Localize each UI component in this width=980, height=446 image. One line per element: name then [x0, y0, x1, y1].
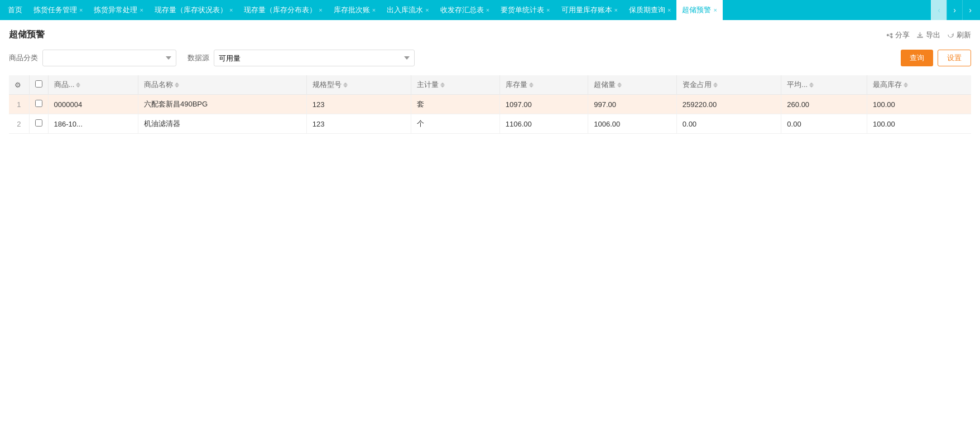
- top-navigation: 首页 拣货任务管理 × 拣货异常处理 × 现存量（库存状况表） × 现存量（库存…: [0, 0, 980, 20]
- row-number: 1: [9, 95, 29, 114]
- cell-overstock: 1006.00: [588, 114, 677, 134]
- cell-product-name: 六配套新昌490BPG: [138, 95, 306, 114]
- nav-inout-flow[interactable]: 出入库流水 ×: [381, 0, 434, 20]
- refresh-action[interactable]: 刷新: [947, 30, 971, 40]
- sort-icon-spec: [343, 83, 348, 88]
- nav-available-account[interactable]: 可用量库存账本 ×: [556, 0, 623, 20]
- th-capital[interactable]: 资金占用: [676, 75, 781, 95]
- table-row: 1 0000004 六配套新昌490BPG 123 套 1097.00 997.…: [9, 95, 971, 114]
- cell-overstock: 997.00: [588, 95, 677, 114]
- sort-icon-product-name: [175, 83, 179, 88]
- row-checkbox-cell[interactable]: [29, 95, 48, 114]
- row-checkbox[interactable]: [35, 100, 42, 107]
- query-button[interactable]: 查询: [901, 50, 933, 66]
- nav-arrow-group: ‹ › ›: [931, 0, 978, 20]
- cell-unit: 个: [411, 114, 500, 134]
- cell-product-code: 0000004: [48, 95, 138, 114]
- row-number: 2: [9, 114, 29, 134]
- datasource-filter: 数据源 可用量 库存量: [188, 50, 415, 66]
- nav-more-button[interactable]: ›: [962, 0, 978, 20]
- nav-close-overstock-warning[interactable]: ×: [713, 7, 717, 13]
- th-product-code[interactable]: 商品...: [48, 75, 138, 95]
- cell-product-code: 186-10...: [48, 114, 138, 134]
- nav-overstock-warning[interactable]: 超储预警 ×: [676, 0, 722, 20]
- nav-next-button[interactable]: ›: [947, 0, 962, 20]
- row-checkbox[interactable]: [35, 119, 42, 127]
- cell-max-stock: 100.00: [867, 114, 971, 134]
- share-icon: [886, 31, 893, 38]
- cell-stock: 1106.00: [499, 114, 588, 134]
- page-header: 超储预警 分享 导出 刷新: [9, 29, 971, 41]
- cell-avg: 260.00: [781, 95, 867, 114]
- nav-close-inout-flow[interactable]: ×: [425, 7, 429, 13]
- th-gear[interactable]: ⚙: [9, 75, 29, 95]
- th-max-stock[interactable]: 最高库存: [867, 75, 971, 95]
- datasource-select[interactable]: 可用量 库存量: [214, 50, 415, 66]
- sort-icon-stock: [529, 83, 534, 88]
- cell-spec: 123: [306, 95, 411, 114]
- sort-icon-max-stock: [904, 83, 908, 88]
- nav-pick-task[interactable]: 拣货任务管理 ×: [28, 0, 88, 20]
- cell-avg: 0.00: [781, 114, 867, 134]
- nav-pick-abnormal[interactable]: 拣货异常处理 ×: [88, 0, 148, 20]
- sort-icon-product-code: [76, 83, 80, 88]
- nav-shelf-life[interactable]: 保质期查询 ×: [623, 0, 676, 20]
- th-overstock[interactable]: 超储量: [588, 75, 677, 95]
- sort-icon-unit: [440, 83, 445, 88]
- nav-order-stats[interactable]: 要货单统计表 ×: [495, 0, 555, 20]
- export-icon: [916, 31, 924, 38]
- nav-close-pick-task[interactable]: ×: [79, 7, 83, 13]
- share-action[interactable]: 分享: [886, 30, 910, 40]
- select-all-checkbox[interactable]: [35, 80, 42, 88]
- cell-capital: 259220.00: [676, 95, 781, 114]
- nav-close-stock-dist[interactable]: ×: [319, 7, 322, 13]
- row-checkbox-cell[interactable]: [29, 114, 48, 134]
- nav-prev-button[interactable]: ‹: [931, 0, 947, 20]
- page-title: 超储预警: [9, 29, 45, 41]
- gear-icon: ⚙: [15, 81, 21, 89]
- nav-close-order-stats[interactable]: ×: [546, 7, 550, 13]
- set-button[interactable]: 设置: [938, 50, 971, 66]
- sort-icon-avg: [809, 83, 814, 88]
- category-label: 商品分类: [9, 53, 38, 63]
- export-action[interactable]: 导出: [916, 30, 940, 40]
- nav-receive-summary[interactable]: 收发存汇总表 ×: [435, 0, 495, 20]
- th-unit[interactable]: 主计量: [411, 75, 500, 95]
- th-checkbox[interactable]: [29, 75, 48, 95]
- nav-close-shelf-life[interactable]: ×: [667, 7, 671, 13]
- th-stock[interactable]: 库存量: [499, 75, 588, 95]
- nav-close-stock-status[interactable]: ×: [229, 7, 233, 13]
- table-header-row: ⚙ 商品... 商品名称: [9, 75, 971, 95]
- nav-home[interactable]: 首页: [2, 0, 28, 20]
- header-actions: 分享 导出 刷新: [886, 30, 971, 40]
- cell-capital: 0.00: [676, 114, 781, 134]
- cell-product-name: 机油滤清器: [138, 114, 306, 134]
- nav-batch-account[interactable]: 库存批次账 ×: [328, 0, 381, 20]
- sort-icon-capital: [713, 83, 718, 88]
- th-product-name[interactable]: 商品名称: [138, 75, 306, 95]
- main-content: 超储预警 分享 导出 刷新: [0, 20, 980, 446]
- filter-row: 商品分类 数据源 可用量 库存量 查询 设置: [9, 50, 971, 66]
- cell-unit: 套: [411, 95, 500, 114]
- cell-stock: 1097.00: [499, 95, 588, 114]
- nav-close-receive-summary[interactable]: ×: [486, 7, 489, 13]
- th-avg[interactable]: 平均...: [781, 75, 867, 95]
- category-filter: 商品分类: [9, 50, 176, 66]
- th-spec[interactable]: 规格型号: [306, 75, 411, 95]
- sort-icon-overstock: [617, 83, 622, 88]
- cell-spec: 123: [306, 114, 411, 134]
- nav-stock-status[interactable]: 现存量（库存状况表） ×: [149, 0, 238, 20]
- nav-close-batch-account[interactable]: ×: [372, 7, 376, 13]
- data-table: ⚙ 商品... 商品名称: [9, 75, 971, 134]
- nav-close-pick-abnormal[interactable]: ×: [140, 7, 143, 13]
- nav-stock-dist[interactable]: 现存量（库存分布表） ×: [238, 0, 328, 20]
- category-select[interactable]: [42, 50, 176, 66]
- table-row: 2 186-10... 机油滤清器 123 个 1106.00 1006.00 …: [9, 114, 971, 134]
- nav-close-available-account[interactable]: ×: [614, 7, 618, 13]
- cell-max-stock: 100.00: [867, 95, 971, 114]
- datasource-label: 数据源: [188, 53, 209, 63]
- refresh-icon: [947, 31, 954, 38]
